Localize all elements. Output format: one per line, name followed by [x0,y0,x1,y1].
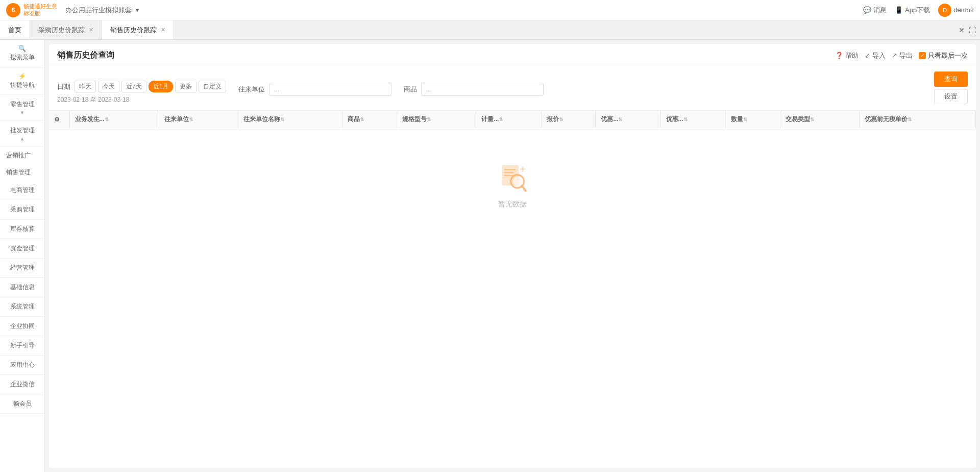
tabs-bar: 首页 采购历史价跟踪 ✕ 销售历史价跟踪 ✕ ✕ ⛶ [0,20,980,40]
th-biz-date[interactable]: 业务发生...⇅ [69,111,159,128]
th-quote[interactable]: 报价⇅ [541,111,596,128]
setting-button[interactable]: 设置 [934,89,968,104]
page-area: 销售历史价查询 ❓ 帮助 ↙ 导入 ↗ 导出 ✓ [45,40,980,472]
product-filter-label: 商品 [404,85,417,94]
tab-controls: ✕ ⛶ [954,20,980,39]
svg-line-6 [522,186,525,191]
app-header: 6 畅捷通好生意 标准版 办公用品行业模拟账套 ▾ 💬 消息 📱 App下载 D… [0,0,980,20]
th-unit[interactable]: 计量...⇅ [476,111,541,128]
export-icon: ↗ [892,52,897,59]
partner-input-dots: ... [274,85,279,93]
logo-text: 畅捷通好生意 标准版 [23,3,57,16]
sidebar-item-inventory[interactable]: 库存核算 [0,220,44,239]
sidebar-item-new-guide[interactable]: 新手引导 [0,336,44,356]
page-title: 销售历史价查询 [57,50,114,61]
app-download-button[interactable]: 📱 App下载 [895,6,930,15]
th-partner-name[interactable]: 往来单位名称⇅ [238,111,342,128]
checkbox-icon: ✓ [919,52,926,59]
partner-filter-input[interactable]: ... [269,83,391,96]
page-header: 销售历史价查询 ❓ 帮助 ↙ 导入 ↗ 导出 ✓ [49,44,976,65]
sidebar-item-quick-nav[interactable]: ⚡ 快捷导航 [0,67,44,95]
sidebar-item-basic-info[interactable]: 基础信息 [0,278,44,297]
help-icon: ❓ [835,52,843,59]
close-tab-button[interactable]: ✕ [959,26,965,34]
retail-expand-icon: ▼ [20,110,25,115]
th-product[interactable]: 商品⇅ [342,111,397,128]
avatar: D [938,4,951,17]
sidebar-item-member[interactable]: 畅会员 [0,394,44,414]
only-last-checkbox[interactable]: ✓ 只看最后一次 [919,51,968,60]
th-trade-type[interactable]: 交易类型⇅ [780,111,859,128]
sidebar-item-purchase-mgmt[interactable]: 采购管理 [0,200,44,220]
th-spec[interactable]: 规格型号⇅ [397,111,476,128]
sidebar-item-ops-mgmt[interactable]: 经营管理 [0,258,44,278]
query-button[interactable]: 查询 [934,72,968,87]
empty-illustration [492,159,533,200]
date-btn-yesterday[interactable]: 昨天 [75,81,96,92]
sidebar-item-sales-mgmt[interactable]: 销售管理 [0,164,44,181]
help-button[interactable]: ❓ 帮助 [835,51,859,60]
header-right: 💬 消息 📱 App下载 D demo2 [863,4,974,17]
sidebar-item-marketing[interactable]: 营销推广 [0,147,44,164]
product-input-dots: ... [426,85,431,93]
date-btn-custom[interactable]: 自定义 [199,81,226,92]
filter-actions: 查询 设置 [934,72,968,104]
table-settings-col[interactable]: ⚙ [49,111,69,128]
svg-point-5 [513,177,522,186]
date-range-text: 2023-02-18 至 2023-03-18 [57,96,226,104]
maximize-button[interactable]: ⛶ [969,26,976,34]
tab-home[interactable]: 首页 [0,20,30,39]
sidebar-item-enterprise-collab[interactable]: 企业协同 [0,317,44,336]
tab-sales-history[interactable]: 销售历史价跟踪 ✕ [102,20,174,39]
main-area: 🔍 搜索菜单 ⚡ 快捷导航 零售管理 ▼ 批发管理 ▲ 营销推广 销售管理 电商… [0,40,980,472]
import-button[interactable]: ↙ 导入 [865,51,886,60]
tab-purchase-history-close[interactable]: ✕ [89,27,93,33]
data-table: ⚙ 业务发生...⇅ 往来单位⇅ 往来单位名称⇅ [49,111,976,128]
svg-rect-2 [504,172,513,173]
sidebar-item-wholesale-mgmt[interactable]: 批发管理 ▲ [0,121,44,147]
sidebar-item-system-mgmt[interactable]: 系统管理 [0,297,44,317]
date-btn-more[interactable]: 更多 [175,81,197,92]
sidebar-item-ecom-mgmt[interactable]: 电商管理 [0,181,44,200]
partner-filter-group: 往来单位 ... [238,83,391,96]
search-icon: 🔍 [18,45,26,52]
message-button[interactable]: 💬 消息 [863,6,887,15]
partner-filter-label: 往来单位 [238,85,265,94]
table-header-row: ⚙ 业务发生...⇅ 往来单位⇅ 往来单位名称⇅ [49,111,976,128]
message-icon: 💬 [863,6,871,14]
import-icon: ↙ [865,52,870,59]
sidebar-item-search-menu[interactable]: 🔍 搜索菜单 [0,40,44,67]
product-filter-group: 商品 ... [404,83,544,96]
wholesale-expand-icon: ▲ [20,136,25,141]
date-filter-group: 日期 昨天 今天 近7天 近1月 更多 自定义 2023-02-18 至 202… [57,81,226,104]
header-dropdown-icon[interactable]: ▾ [136,7,139,14]
export-button[interactable]: ↗ 导出 [892,51,913,60]
user-avatar-area[interactable]: D demo2 [938,4,974,17]
th-partner-code[interactable]: 往来单位⇅ [159,111,238,128]
empty-text: 暂无数据 [498,200,527,209]
th-pretax-price[interactable]: 优惠前无税单价⇅ [859,111,975,128]
tab-purchase-history[interactable]: 采购历史价跟踪 ✕ [30,20,102,39]
empty-state: 暂无数据 [49,128,976,240]
date-btn-today[interactable]: 今天 [98,81,119,92]
svg-point-7 [522,168,524,171]
date-filter-label: 日期 [57,82,70,91]
product-filter-input[interactable]: ... [421,83,544,96]
th-discount2[interactable]: 优惠...⇅ [660,111,725,128]
filter-area: 日期 昨天 今天 近7天 近1月 更多 自定义 2023-02-18 至 202… [49,65,976,111]
page-content: 销售历史价查询 ❓ 帮助 ↙ 导入 ↗ 导出 ✓ [49,44,976,468]
th-quantity[interactable]: 数量⇅ [725,111,780,128]
logo-area: 6 畅捷通好生意 标准版 [6,3,57,17]
date-btn-7days[interactable]: 近7天 [121,81,146,92]
download-icon: 📱 [895,6,903,14]
th-discount1[interactable]: 优惠...⇅ [596,111,660,128]
sidebar-item-app-center[interactable]: 应用中心 [0,356,44,375]
date-btn-1month[interactable]: 近1月 [149,81,174,92]
header-left: 6 畅捷通好生意 标准版 办公用品行业模拟账套 ▾ [6,3,139,17]
sidebar-item-enterprise-wechat[interactable]: 企业微信 [0,375,44,394]
svg-rect-1 [504,169,516,170]
tab-sales-history-close[interactable]: ✕ [161,27,165,33]
sidebar-item-finance-mgmt[interactable]: 资金管理 [0,239,44,258]
table-settings-icon[interactable]: ⚙ [54,116,60,123]
sidebar-item-retail-mgmt[interactable]: 零售管理 ▼ [0,95,44,121]
